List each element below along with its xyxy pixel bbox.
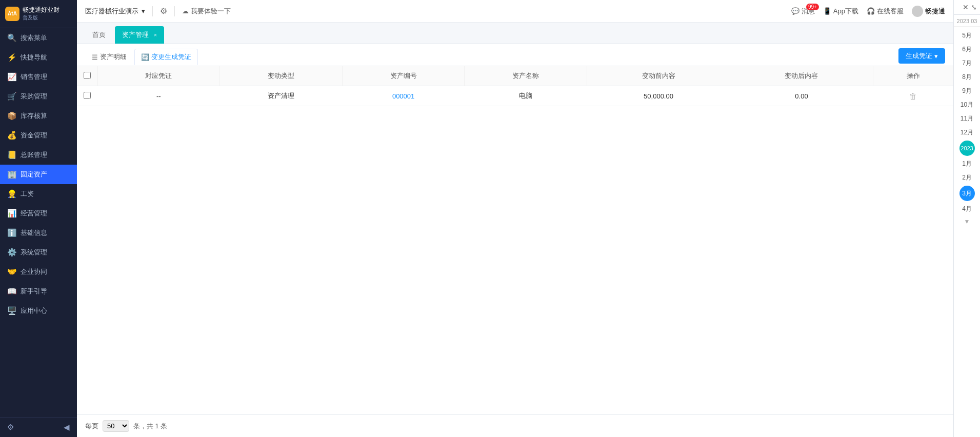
month-item[interactable]: 11月: [954, 112, 980, 126]
row-action: 🗑: [873, 86, 953, 106]
select-all-checkbox[interactable]: [84, 72, 91, 79]
sidebar-item-总账管理[interactable]: 📒总账管理: [0, 145, 77, 165]
sidebar-icon-12: 🤝: [7, 267, 16, 276]
tab-close-icon[interactable]: ×: [154, 32, 157, 38]
month-item[interactable]: 6月: [954, 43, 980, 56]
per-page-select[interactable]: 102050100: [103, 420, 129, 432]
month-item[interactable]: 5月: [954, 29, 980, 43]
headset-icon: 🎧: [867, 7, 875, 15]
row-voucher: --: [97, 86, 220, 106]
chevron-down-icon: ▾: [934, 52, 938, 60]
sidebar-label-12: 企业协同: [21, 267, 47, 276]
sidebar-icon-6: 📒: [7, 150, 16, 160]
sidebar-label-4: 库存核算: [21, 111, 47, 121]
right-panel-header: ✕ ⤡: [954, 0, 980, 15]
sidebar-item-采购管理[interactable]: 🛒采购管理: [0, 87, 77, 106]
message-icon: 💬: [791, 7, 799, 15]
tab-home[interactable]: 首页: [85, 26, 113, 44]
month-item-2月[interactable]: 2月: [954, 171, 980, 185]
sidebar-item-基础信息[interactable]: ℹ️基础信息: [0, 223, 77, 243]
settings-icon[interactable]: ⚙: [7, 423, 14, 432]
sidebar-label-9: 经营管理: [21, 209, 47, 218]
sidebar-item-工资[interactable]: 👷工资: [0, 184, 77, 204]
scroll-down-icon[interactable]: ▼: [954, 216, 980, 227]
col-asset-name: 资产名称: [465, 66, 587, 86]
sidebar-label-13: 新手引导: [21, 287, 47, 296]
sidebar-label-7: 固定资产: [21, 170, 47, 179]
app-logo-icon: AtA: [5, 7, 19, 21]
month-item[interactable]: 8月: [954, 70, 980, 84]
col-voucher: 对应凭证: [97, 66, 220, 86]
row-asset-no: 000001: [342, 86, 465, 106]
col-action: 操作: [873, 66, 953, 86]
message-button[interactable]: 💬 消息 99+: [791, 7, 815, 16]
company-selector[interactable]: 医疗器械行业演示 ▾: [85, 7, 145, 16]
month-item[interactable]: 12月: [954, 126, 980, 140]
online-service-link[interactable]: 🎧 在线客服: [867, 7, 904, 16]
app-subtitle: 普及版: [23, 14, 59, 22]
sidebar-item-固定资产[interactable]: 🏢固定资产: [0, 165, 77, 184]
collapse-icon[interactable]: ◀: [64, 423, 70, 432]
gear-icon[interactable]: ⚙: [160, 6, 167, 16]
row-before-content: 50,000.00: [587, 86, 730, 106]
col-change-type: 变动类型: [220, 66, 343, 86]
year-label-2023[interactable]: 2023: [959, 141, 975, 156]
sidebar-item-快捷导航[interactable]: ⚡快捷导航: [0, 48, 77, 67]
sidebar-item-系统管理[interactable]: ⚙️系统管理: [0, 243, 77, 262]
per-page-label: 每页: [85, 422, 98, 431]
username: 畅捷通: [925, 7, 945, 16]
sidebar-nav: 🔍搜索菜单⚡快捷导航📈销售管理🛒采购管理📦库存核算💰资金管理📒总账管理🏢固定资产…: [0, 28, 77, 417]
month-item[interactable]: 7月: [954, 56, 980, 70]
delete-icon[interactable]: 🗑: [909, 92, 917, 101]
month-item[interactable]: 10月: [954, 98, 980, 112]
close-panel-icon[interactable]: ✕: [963, 3, 969, 11]
expand-panel-icon[interactable]: ⤡: [971, 3, 977, 11]
sidebar-label-3: 采购管理: [21, 92, 47, 101]
month-item-3月[interactable]: 3月: [959, 186, 975, 201]
row-checkbox-cell: [77, 86, 97, 106]
pagination-bar: 每页 102050100 条，共 1 条: [77, 414, 953, 437]
tab-change-voucher[interactable]: 🔄 变更生成凭证: [134, 49, 198, 65]
sidebar-item-经营管理[interactable]: 📊经营管理: [0, 204, 77, 223]
topbar-right: 💬 消息 99+ 📱 App下载 🎧 在线客服 畅捷通: [791, 6, 945, 17]
month-item-1月[interactable]: 1月: [954, 157, 980, 171]
tab-asset-mgmt[interactable]: 资产管理 ×: [115, 26, 164, 44]
row-checkbox[interactable]: [84, 92, 91, 99]
sidebar-icon-7: 🏢: [7, 170, 16, 179]
month-item-4月[interactable]: 4月: [954, 202, 980, 216]
sidebar-logo: AtA 畅捷通好业财 普及版: [0, 0, 77, 28]
page-content: ☰ 资产明细 🔄 变更生成凭证 生成凭证 ▾ 对应凭证: [77, 44, 953, 437]
generate-voucher-button[interactable]: 生成凭证 ▾: [898, 48, 945, 64]
sidebar-item-库存核算[interactable]: 📦库存核算: [0, 106, 77, 126]
app-title: 畅捷通好业财: [23, 6, 59, 14]
tab-bar: 首页 资产管理 ×: [77, 23, 953, 44]
experience-icon: ☁: [182, 7, 189, 15]
app-download-link[interactable]: 📱 App下载: [823, 7, 858, 16]
phone-icon: 📱: [823, 7, 831, 15]
avatar: [912, 6, 923, 17]
sidebar-label-11: 系统管理: [21, 248, 47, 257]
sidebar-icon-0: 🔍: [7, 33, 16, 43]
sidebar-label-5: 资金管理: [21, 131, 47, 140]
sidebar-label-2: 销售管理: [21, 72, 47, 82]
inner-tab-bar: ☰ 资产明细 🔄 变更生成凭证 生成凭证 ▾: [77, 44, 953, 66]
sidebar-label-0: 搜索菜单: [21, 33, 47, 43]
user-menu[interactable]: 畅捷通: [912, 6, 945, 17]
experience-link[interactable]: ☁ 我要体验一下: [182, 7, 231, 16]
sidebar-item-销售管理[interactable]: 📈销售管理: [0, 67, 77, 87]
right-panel: ✕ ⤡ 2023.03 5月6月7月8月9月10月11月12月20231月2月3…: [953, 0, 980, 437]
topbar-divider: [152, 6, 153, 16]
tab-asset-detail[interactable]: ☰ 资产明细: [85, 49, 133, 65]
sidebar-item-新手引导[interactable]: 📖新手引导: [0, 282, 77, 301]
sidebar-item-资金管理[interactable]: 💰资金管理: [0, 126, 77, 145]
experience-label: 我要体验一下: [191, 7, 231, 16]
sidebar-item-企业协同[interactable]: 🤝企业协同: [0, 262, 77, 282]
sidebar-icon-3: 🛒: [7, 92, 16, 101]
row-asset-name: 电脑: [465, 86, 587, 106]
sidebar-item-应用中心[interactable]: 🖥️应用中心: [0, 301, 77, 321]
sidebar-icon-1: ⚡: [7, 53, 16, 62]
sidebar-item-搜索菜单[interactable]: 🔍搜索菜单: [0, 28, 77, 48]
sidebar-icon-5: 💰: [7, 131, 16, 140]
month-item[interactable]: 9月: [954, 84, 980, 98]
sidebar-label-6: 总账管理: [21, 150, 47, 160]
